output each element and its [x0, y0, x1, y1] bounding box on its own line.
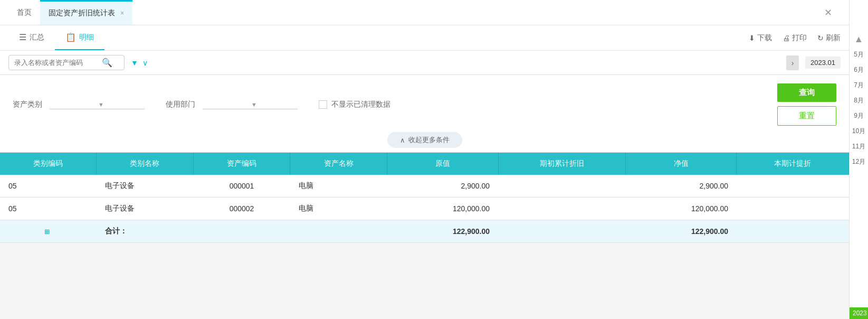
- no-cleared-checkbox[interactable]: [319, 100, 327, 109]
- total-current-depr: [737, 220, 849, 243]
- col-asset-name: 资产名称: [290, 153, 387, 175]
- download-button[interactable]: ⬇ 下载: [749, 33, 772, 43]
- reset-button[interactable]: 重置: [777, 106, 836, 126]
- month-item[interactable]: 9月: [852, 108, 865, 124]
- summary-icon: ☰: [19, 32, 26, 42]
- cell-category-code: 05: [0, 198, 97, 220]
- more-filters-button[interactable]: ▼ ∨: [131, 59, 148, 67]
- download-icon: ⬇: [749, 34, 755, 42]
- col-current-depr: 本期计提折: [737, 153, 849, 175]
- cell-asset-name: 电脑: [290, 198, 387, 220]
- chevron-down-icon: ∨: [142, 59, 148, 67]
- table-total-row: ⊞ 合计： 122,900.00 122,900.00: [0, 220, 849, 243]
- print-icon: 🖨: [783, 34, 790, 42]
- no-cleared-field: 不显示已清理数据: [319, 100, 390, 109]
- filter-buttons: 查询 重置: [777, 83, 836, 126]
- col-original-value: 原值: [387, 153, 498, 175]
- dept-field: 使用部门 ▼: [166, 100, 298, 109]
- cell-accum-depr: [498, 198, 625, 220]
- asset-type-field: 资产类别 ▼: [13, 100, 145, 109]
- search-icon[interactable]: 🔍: [102, 58, 112, 68]
- filter-icon: ▼: [131, 59, 138, 67]
- tab-detail-label: 明细: [79, 33, 94, 42]
- month-item[interactable]: 5月: [852, 47, 865, 62]
- tab-detail[interactable]: 📋 明细: [55, 25, 104, 50]
- month-item[interactable]: 6月: [852, 62, 865, 78]
- tab-label: 固定资产折旧统计表: [49, 8, 115, 18]
- collapse-panel-button[interactable]: ›: [786, 55, 799, 70]
- month-item[interactable]: 10月: [852, 124, 865, 139]
- year-badge: 2023: [850, 307, 868, 319]
- search-input[interactable]: [14, 59, 99, 67]
- refresh-button[interactable]: ↻ 刷新: [817, 33, 841, 43]
- cell-category-name: 电子设备: [97, 198, 194, 220]
- cell-asset-name: 电脑: [290, 175, 387, 198]
- nav-home[interactable]: 首页: [8, 0, 40, 25]
- no-cleared-label: 不显示已清理数据: [331, 100, 390, 109]
- total-original: 122,900.00: [387, 220, 498, 243]
- asset-type-label: 资产类别: [13, 100, 44, 109]
- cell-current-depr: [737, 175, 849, 198]
- search-input-wrap[interactable]: 🔍: [8, 55, 125, 70]
- tab-close-icon[interactable]: ×: [120, 10, 124, 17]
- refresh-label: 刷新: [826, 33, 841, 43]
- cell-accum-depr: [498, 175, 625, 198]
- nav-tab-fixed-assets[interactable]: 固定资产折旧统计表 ×: [40, 0, 132, 25]
- table-header-row: 类别编码 类别名称 资产编码 资产名称 原值 期初累计折旧 净值 本期计提折: [0, 153, 849, 175]
- detail-icon: 📋: [65, 32, 76, 42]
- month-item[interactable]: 8月: [852, 93, 865, 108]
- filter-row: 资产类别 ▼ 使用部门 ▼ 不显示已清理数据 查询 重置: [13, 83, 836, 126]
- refresh-icon: ↻: [817, 34, 824, 42]
- cell-asset-code: 000002: [193, 198, 290, 220]
- cell-category-code: 05: [0, 175, 97, 198]
- print-label: 打印: [792, 33, 807, 43]
- cell-category-name: 电子设备: [97, 175, 194, 198]
- sub-tab-bar: ☰ 汇总 📋 明细 ⬇ 下载 🖨 打印 ↻ 刷新: [0, 25, 849, 51]
- table-row: 05 电子设备 000002 电脑 120,000.00 120,000.00: [0, 198, 849, 220]
- download-label: 下载: [757, 33, 772, 43]
- collapse-icon: ∧: [400, 136, 405, 144]
- total-net: 122,900.00: [625, 220, 737, 243]
- sub-tab-actions: ⬇ 下载 🖨 打印 ↻ 刷新: [749, 33, 841, 43]
- sub-tabs: ☰ 汇总 📋 明细: [8, 25, 104, 50]
- top-nav: 首页 固定资产折旧统计表 × ✕: [0, 0, 849, 25]
- dept-label: 使用部门: [166, 100, 197, 109]
- cell-original-value: 2,900.00: [387, 175, 498, 198]
- query-button[interactable]: 查询: [777, 83, 836, 102]
- col-category-code: 类别编码: [0, 153, 97, 175]
- col-category-name: 类别名称: [97, 153, 194, 175]
- collapse-btn-label: 收起更多条件: [408, 135, 450, 145]
- cell-original-value: 120,000.00: [387, 198, 498, 220]
- total-label: 合计：: [97, 220, 387, 243]
- asset-type-arrow-icon: ▼: [98, 101, 142, 108]
- data-table: 类别编码 类别名称 资产编码 资产名称 原值 期初累计折旧 净值 本期计提折 0…: [0, 153, 849, 243]
- col-asset-code: 资产编码: [193, 153, 290, 175]
- total-accum-depr: [498, 220, 625, 243]
- cell-net-value: 120,000.00: [625, 198, 737, 220]
- scroll-up-icon[interactable]: ▲: [854, 32, 864, 47]
- right-panel: ▲ 5月6月7月8月9月10月11月12月 2023: [849, 0, 868, 319]
- cell-current-depr: [737, 198, 849, 220]
- total-icon: ⊞: [44, 228, 50, 236]
- tab-summary[interactable]: ☰ 汇总: [8, 25, 55, 50]
- month-item[interactable]: 12月: [852, 154, 865, 170]
- col-accum-depr: 期初累计折旧: [498, 153, 625, 175]
- month-item[interactable]: 7月: [852, 78, 865, 93]
- month-list: 5月6月7月8月9月10月11月12月: [852, 47, 865, 170]
- col-net-value: 净值: [625, 153, 737, 175]
- window-close-button[interactable]: ✕: [816, 7, 841, 18]
- asset-type-select[interactable]: ▼: [50, 100, 145, 109]
- dept-select[interactable]: ▼: [203, 100, 298, 109]
- cell-net-value: 2,900.00: [625, 175, 737, 198]
- date-label: 2023.01: [805, 57, 841, 69]
- total-icon-cell: ⊞: [0, 220, 97, 243]
- filter-panel: 资产类别 ▼ 使用部门 ▼ 不显示已清理数据 查询 重置: [0, 75, 849, 153]
- month-item[interactable]: 11月: [852, 139, 865, 154]
- collapse-more-conditions-button[interactable]: ∧ 收起更多条件: [387, 132, 462, 148]
- tab-summary-label: 汇总: [30, 33, 44, 42]
- print-button[interactable]: 🖨 打印: [783, 33, 807, 43]
- table-wrap: 类别编码 类别名称 资产编码 资产名称 原值 期初累计折旧 净值 本期计提折 0…: [0, 153, 849, 243]
- dept-arrow-icon: ▼: [251, 101, 295, 108]
- cell-asset-code: 000001: [193, 175, 290, 198]
- search-bar: 🔍 ▼ ∨ › 2023.01: [0, 51, 849, 75]
